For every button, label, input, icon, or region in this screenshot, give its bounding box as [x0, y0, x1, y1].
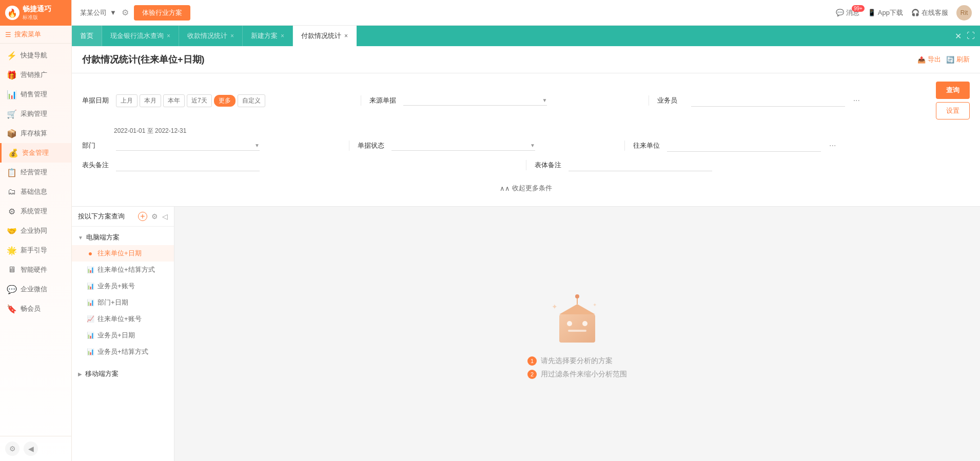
search-menu[interactable]: ☰ 搜索菜单: [0, 26, 71, 44]
export-label: 导出: [928, 55, 941, 64]
sidebar-item-hardware[interactable]: 🖥 智能硬件: [0, 260, 71, 279]
date-last-month-btn[interactable]: 上月: [116, 94, 138, 107]
sidebar-item-label: 畅会员: [21, 304, 41, 313]
counterpart-input[interactable]: [667, 139, 821, 152]
settings-btn[interactable]: 设置: [936, 102, 970, 119]
date-range-display: 2022-01-01 至 2022-12-31: [82, 127, 970, 139]
refresh-btn[interactable]: 🔄 刷新: [946, 55, 970, 64]
date-options: 上月 本月 本年 近7天 更多 自定义: [116, 94, 265, 107]
pc-schema-group-header[interactable]: ▼ 电脑端方案: [72, 230, 174, 245]
schema-item-counterpart-date[interactable]: ● 往来单位+日期: [72, 245, 174, 262]
tab-home[interactable]: 首页: [72, 26, 102, 46]
query-btn[interactable]: 查询: [936, 82, 970, 99]
add-schema-btn[interactable]: +: [138, 212, 147, 221]
svg-rect-4: [568, 330, 586, 332]
footer-collapse-icon: ◀: [28, 445, 34, 453]
tab-new-plan[interactable]: 新建方案 ×: [243, 26, 293, 46]
sidebar-item-basic[interactable]: 🗂 基础信息: [0, 182, 71, 202]
tab-receipt-close[interactable]: ×: [230, 32, 234, 39]
date-custom-btn[interactable]: 自定义: [238, 94, 265, 107]
table-header-note-label: 表头备注: [82, 161, 111, 170]
sidebar-item-operation[interactable]: 📋 经营管理: [0, 163, 71, 182]
source-select[interactable]: ▼: [403, 95, 547, 106]
counterpart-more-icon[interactable]: ···: [829, 141, 836, 150]
sidebar-item-wechat[interactable]: 💬 企业微信: [0, 279, 71, 299]
schema-item-counterpart-settle[interactable]: 📊 往来单位+结算方式: [72, 262, 174, 278]
sidebar-item-purchase[interactable]: 🛒 采购管理: [0, 104, 71, 124]
dept-select[interactable]: ▼: [116, 141, 260, 151]
salesman-more-icon[interactable]: ···: [853, 96, 860, 105]
sidebar-item-enterprise[interactable]: 🤝 企业协同: [0, 221, 71, 240]
avatar[interactable]: Rit: [956, 5, 972, 21]
hint-text-2: 用过滤条件来缩小分析范围: [541, 370, 627, 379]
sidebar-item-inventory[interactable]: 📦 库存核算: [0, 124, 71, 143]
docstatus-label: 单据状态: [358, 141, 386, 150]
app-download-btn[interactable]: 📱 App下载: [868, 8, 903, 17]
svg-point-6: [575, 294, 579, 298]
table-body-note-input[interactable]: [569, 159, 712, 171]
sidebar-item-system[interactable]: ⚙ 系统管理: [0, 202, 71, 221]
tab-maximize-icon[interactable]: ⛶: [967, 31, 975, 41]
sidebar-item-quick-nav[interactable]: ⚡ 快捷导航: [0, 46, 71, 65]
service-icon: 🎧: [911, 9, 919, 16]
empty-illustration: ✦ ✦: [546, 289, 608, 350]
trial-btn[interactable]: 体验行业方案: [134, 5, 190, 21]
schema-item-label: 业务员+账号: [97, 282, 135, 291]
tab-bank[interactable]: 现金银行流水查询 ×: [102, 26, 179, 46]
docstatus-select[interactable]: ▼: [391, 141, 535, 151]
schema-item-dept-date[interactable]: 📊 部门+日期: [72, 294, 174, 311]
mobile-schema-group-header[interactable]: ▶ 移动端方案: [72, 366, 174, 382]
salesman-input[interactable]: [691, 94, 845, 107]
tab-bank-close[interactable]: ×: [167, 32, 170, 39]
footer-settings-btn[interactable]: ⚙: [5, 442, 19, 456]
empty-hint-2: 2 用过滤条件来缩小分析范围: [527, 370, 627, 379]
sidebar-item-fund[interactable]: 💰 资金管理: [0, 143, 71, 163]
date-7days-btn[interactable]: 近7天: [187, 94, 212, 107]
header-right: 💬 消息 99+ 📱 App下载 🎧 在线客服 Rit: [836, 5, 972, 21]
sidebar-item-member[interactable]: 🔖 畅会员: [0, 299, 71, 318]
dept-arrow: ▼: [254, 143, 260, 148]
content-area: 付款情况统计(往来单位+日期) 📤 导出 🔄 刷新 单据日期 上月: [72, 46, 980, 461]
company-selector[interactable]: 某某公司 ▼: [80, 8, 116, 17]
export-btn[interactable]: 📤 导出: [917, 55, 941, 64]
tab-receipt[interactable]: 收款情况统计 ×: [179, 26, 243, 46]
schema-settings-icon[interactable]: ⚙: [151, 212, 158, 221]
collapse-btn[interactable]: ∧∧ 收起更多条件: [500, 184, 552, 193]
schema-item-salesman-settle[interactable]: 📊 业务员+结算方式: [72, 344, 174, 360]
svg-point-3: [582, 321, 587, 326]
svg-text:✦: ✦: [552, 303, 558, 311]
sidebar-item-guide[interactable]: 🌟 新手引导: [0, 240, 71, 260]
tab-home-label: 首页: [80, 31, 93, 41]
tab-payment[interactable]: 付款情况统计 ×: [293, 26, 357, 46]
schema-item-salesman-date[interactable]: 📊 业务员+日期: [72, 327, 174, 344]
purchase-icon: 🛒: [7, 109, 16, 118]
schema-item-icon: 📊: [86, 348, 94, 356]
sidebar-item-label: 系统管理: [21, 207, 47, 216]
tab-new-plan-close[interactable]: ×: [281, 32, 284, 39]
date-this-year-btn[interactable]: 本年: [163, 94, 185, 107]
empty-hints: 1 请先选择要分析的方案 2 用过滤条件来缩小分析范围: [527, 356, 627, 379]
footer-collapse-btn[interactable]: ◀: [24, 442, 38, 456]
docstatus-filter-col: 单据状态 ▼: [358, 141, 616, 151]
schema-item-salesman-account[interactable]: 📊 业务员+账号: [72, 278, 174, 294]
schema-item-counterpart-account[interactable]: 📈 往来单位+账号: [72, 311, 174, 327]
online-service-btn[interactable]: 🎧 在线客服: [911, 8, 948, 17]
salesman-label: 业务员: [657, 96, 686, 105]
date-this-month-btn[interactable]: 本月: [140, 94, 161, 107]
panel-collapse-icon[interactable]: ◁: [162, 212, 168, 221]
schema-item-label: 业务员+结算方式: [97, 347, 148, 356]
table-body-note-label: 表体备注: [535, 161, 563, 170]
wechat-icon: 💬: [7, 285, 16, 294]
hardware-icon: 🖥: [7, 265, 16, 274]
message-btn[interactable]: 💬 消息 99+: [836, 8, 859, 17]
sidebar-item-marketing[interactable]: 🎁 营销推广: [0, 65, 71, 85]
sidebar-item-sales[interactable]: 📊 销售管理: [0, 85, 71, 104]
table-header-note-input[interactable]: [116, 159, 260, 171]
system-icon: ⚙: [7, 207, 16, 216]
header-settings-icon[interactable]: ⚙: [122, 8, 129, 17]
date-more-btn[interactable]: 更多: [214, 95, 236, 107]
tab-close-all-icon[interactable]: ✕: [955, 31, 962, 41]
refresh-label: 刷新: [956, 55, 970, 64]
schema-item-label: 业务员+日期: [97, 331, 135, 340]
tab-payment-close[interactable]: ×: [344, 32, 348, 39]
